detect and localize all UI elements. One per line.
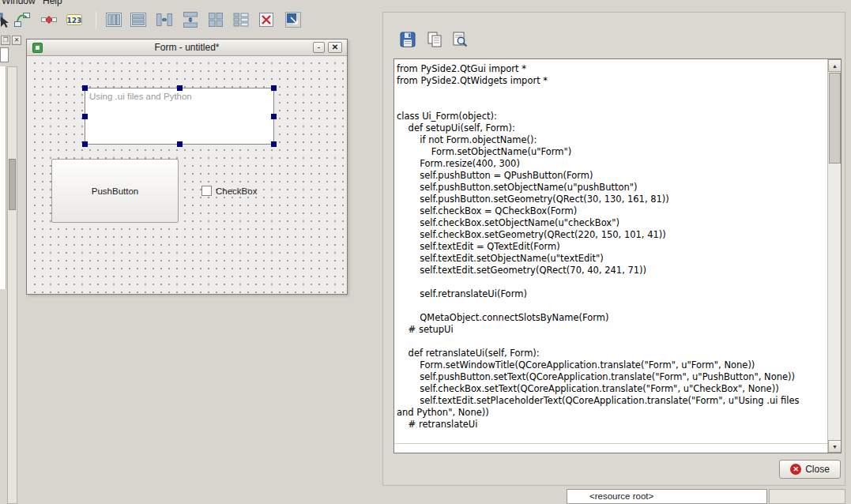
scrollbar-thumb[interactable] (829, 73, 841, 164)
layout-horizontal-splitter-icon[interactable] (155, 10, 174, 29)
close-button-label: Close (805, 464, 830, 475)
selection-handle[interactable] (82, 85, 88, 91)
resource-root-item[interactable]: <resource root> (567, 489, 767, 504)
form-window-titlebar[interactable]: Form - untitled* - ✕ (27, 39, 347, 56)
edit-buddies-icon[interactable] (40, 10, 58, 29)
dock-float-icon[interactable]: ❐ (1, 36, 10, 45)
close-circle-icon: ✕ (790, 464, 801, 475)
selection-handle[interactable] (271, 85, 277, 91)
code-line: self.pushButton.setObjectName(u"pushButt… (397, 182, 827, 194)
checkbox-indicator[interactable] (201, 186, 212, 196)
layout-horizontal-icon[interactable] (104, 10, 123, 29)
code-line: self.textEdit = QTextEdit(Form) (397, 241, 827, 253)
designer-form-window: Form - untitled* - ✕ Using .ui files and… (26, 39, 348, 295)
widgetbox-filter-input[interactable] (0, 47, 9, 62)
dock-close-icon[interactable]: ✕ (12, 36, 21, 45)
resource-panel-fragment (769, 489, 845, 504)
scroll-down-icon[interactable]: ▼ (828, 440, 842, 453)
code-vertical-scrollbar[interactable]: ▲ ▼ (827, 59, 841, 453)
code-line: self.textEdit.setObjectName(u"textEdit") (397, 253, 827, 265)
selection-handle[interactable] (82, 141, 88, 147)
scrollbar-thumb[interactable] (9, 159, 16, 210)
code-line: if not Form.objectName(): (397, 134, 827, 146)
edit-signals-slots-icon[interactable] (13, 10, 32, 29)
find-icon[interactable] (450, 30, 469, 49)
code-line: self.checkBox.setObjectName(u"checkBox") (397, 217, 827, 229)
code-line: def setupUi(self, Form): (397, 122, 827, 134)
svg-text:123: 123 (67, 17, 82, 24)
code-line (397, 336, 827, 348)
code-line: self.textEdit.setPlaceholderText(QCoreAp… (397, 395, 827, 407)
code-preview-dialog: from PySide2.QtGui import *from PySide2.… (382, 12, 845, 486)
code-line: Form.resize(400, 300) (397, 158, 827, 170)
code-textarea[interactable]: from PySide2.QtGui import *from PySide2.… (393, 58, 842, 453)
close-dialog-button[interactable]: ✕ Close (779, 460, 841, 479)
code-line: from PySide2.QtGui import * (397, 63, 827, 75)
code-line: self.retranslateUi(Form) (397, 288, 827, 300)
code-line: # setupUi (397, 324, 827, 336)
scroll-up-icon[interactable]: ▲ (828, 59, 842, 72)
selection-handle[interactable] (177, 141, 183, 147)
code-line: from PySide2.QtWidgets import * (397, 75, 827, 87)
adjust-size-icon[interactable] (284, 10, 303, 29)
widgetbox-scrollbar[interactable] (7, 66, 17, 504)
textedit-placeholder: Using .ui files and Python (89, 92, 192, 101)
main-toolbar: 123 (0, 8, 382, 35)
code-line: def retranslateUi(self, Form): (397, 348, 827, 359)
code-line: self.textEdit.setGeometry(QRect(70, 40, … (397, 265, 827, 276)
selection-handle[interactable] (177, 85, 183, 91)
widgetbox-panel (0, 66, 6, 289)
textedit-widget[interactable]: Using .ui files and Python (85, 88, 274, 145)
selection-handle[interactable] (82, 114, 88, 119)
code-line: self.pushButton.setGeometry(QRect(30, 13… (397, 194, 827, 205)
layout-form-icon[interactable] (232, 10, 250, 29)
code-line (397, 276, 827, 288)
toolbar-separator (96, 11, 96, 29)
code-line: and Python", None)) (397, 407, 827, 419)
layout-vertical-splitter-icon[interactable] (181, 10, 200, 29)
edit-tab-order-icon[interactable]: 123 (65, 10, 84, 29)
menu-window[interactable]: Window (2, 0, 36, 6)
code-line: # retranslateUi (397, 419, 827, 431)
menu-help[interactable]: Help (43, 0, 62, 6)
code-content: from PySide2.QtGui import *from PySide2.… (394, 59, 827, 445)
code-line: self.checkBox.setText(QCoreApplication.t… (397, 383, 827, 395)
code-line: class Ui_Form(object): (397, 111, 827, 122)
layout-vertical-icon[interactable] (129, 10, 148, 29)
code-line (397, 300, 827, 312)
selection-handle[interactable] (271, 141, 277, 147)
minimize-button[interactable]: - (313, 42, 325, 53)
checkbox-label: CheckBox (216, 186, 257, 196)
edit-widgets-icon[interactable] (0, 10, 12, 29)
checkbox-widget[interactable]: CheckBox (201, 175, 281, 207)
code-line: self.pushButton.setText(QCoreApplication… (397, 371, 827, 383)
save-icon[interactable] (398, 30, 417, 49)
close-button[interactable]: ✕ (328, 42, 342, 53)
form-window-title: Form - untitled* (27, 42, 347, 53)
code-line: Form.setObjectName(u"Form") (397, 146, 827, 158)
code-line: self.checkBox.setGeometry(QRect(220, 150… (397, 229, 827, 241)
menubar: Window Help (0, 0, 851, 7)
code-line: Form.setWindowTitle(QCoreApplication.tra… (397, 359, 827, 371)
code-line: self.pushButton = QPushButton(Form) (397, 170, 827, 182)
break-layout-icon[interactable] (257, 10, 276, 29)
form-canvas[interactable]: Using .ui files and Python PushButton Ch… (28, 56, 347, 294)
code-line (397, 87, 827, 99)
code-line (397, 99, 827, 111)
code-line: QMetaObject.connectSlotsByName(Form) (397, 312, 827, 324)
code-line: self.checkBox = QCheckBox(Form) (397, 205, 827, 217)
layout-grid-icon[interactable] (206, 10, 225, 29)
selection-handle[interactable] (271, 114, 277, 119)
copy-icon[interactable] (425, 30, 444, 49)
pushbutton-widget[interactable]: PushButton (51, 159, 179, 223)
scroll-corner-divider (394, 443, 829, 444)
